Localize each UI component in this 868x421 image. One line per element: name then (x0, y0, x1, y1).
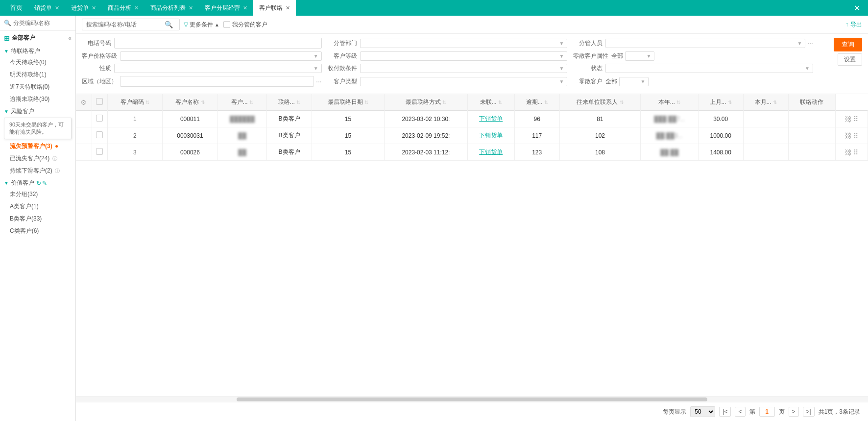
tab-analysis[interactable]: 商品分析 ✕ (102, 0, 145, 16)
sidebar-item-declining[interactable]: 持续下滑客户(2) ⓘ (0, 165, 75, 177)
cell-company-contact: ██ ██ (641, 144, 698, 161)
col-uncontacted[interactable]: 未联... ⇅ (467, 94, 514, 111)
table-row: 1 000011 ██████ B类客户 15 2023-03-02 10:30… (76, 111, 868, 127)
sort-icon-method: ⇅ (442, 99, 446, 105)
scrollbar-thumb[interactable] (237, 397, 707, 401)
sidebar-item-overdue[interactable]: 逾期未联络(30) (0, 93, 75, 105)
customer-type-select[interactable]: ▼ (360, 77, 568, 86)
search-button-icon[interactable]: 🔍 (165, 21, 173, 28)
retail-customer-select[interactable]: ▼ (619, 77, 649, 86)
refresh-icon[interactable]: ↻ (36, 180, 41, 187)
gear-icon[interactable]: ⚙ (80, 99, 87, 106)
row-checkbox[interactable] (96, 148, 103, 155)
col-this-year[interactable]: 本年... ⇅ (641, 94, 698, 111)
person-more-icon[interactable]: ··· (807, 39, 813, 47)
col-last-month[interactable]: 上月... ⇅ (698, 94, 743, 111)
close-analysis-icon[interactable]: ✕ (134, 5, 139, 11)
sidebar-item-churn-warning[interactable]: 流失预警客户(3) ● (0, 140, 75, 152)
page-input[interactable] (759, 407, 775, 417)
dept-select[interactable]: ▼ (360, 39, 568, 48)
prev-page-btn[interactable]: < (735, 407, 745, 417)
my-customers-checkbox[interactable] (223, 21, 230, 28)
export-button[interactable]: ↑ 导出 (845, 21, 862, 29)
col-type[interactable]: 客户... ⇅ (217, 94, 266, 111)
col-this-month[interactable]: 本月... ⇅ (743, 94, 788, 111)
risk-tooltip: 90天未交易的客户，可能有流失风险。 (4, 118, 72, 139)
action-link-icon[interactable]: ⛓ (844, 149, 851, 156)
customer-tier-select[interactable]: ▼ (360, 51, 568, 61)
tab-purchase[interactable]: 进货单 ✕ (65, 0, 102, 16)
sidebar-search-input[interactable] (13, 20, 76, 26)
edit-icon[interactable]: ✎ (42, 180, 47, 187)
last-page-btn[interactable]: >| (803, 407, 815, 417)
close-purchase-icon[interactable]: ✕ (92, 5, 96, 11)
section-pending-contact[interactable]: ▼ 待联络客户 (0, 45, 75, 56)
tab-customer-tier[interactable]: 客户分层经营 ✕ (199, 0, 253, 16)
row-checkbox[interactable] (96, 115, 103, 122)
sidebar-item-class-a[interactable]: A类客户(1) (0, 200, 75, 213)
my-customers-toggle[interactable]: 我分管的客户 (223, 21, 267, 29)
action-link-icon[interactable]: ⛓ (844, 132, 851, 140)
sidebar-item-tomorrow[interactable]: 明天待联络(1) (0, 69, 75, 81)
header-checkbox[interactable] (96, 98, 103, 105)
action-grid-icon[interactable]: ⠿ (853, 149, 858, 156)
tab-customer-contact[interactable]: 客户联络 ✕ (253, 0, 296, 16)
cell-uncontacted: 117 (514, 127, 559, 144)
price-tier-select[interactable]: ▼ (120, 51, 322, 61)
cell-lastmethod: 下销货单 (467, 144, 514, 161)
price-tier-label: 客户价格等级 (82, 52, 117, 60)
close-customer-tier-icon[interactable]: ✕ (243, 5, 247, 11)
next-page-btn[interactable]: > (789, 407, 799, 417)
customer-tier-chevron-icon: ▼ (559, 53, 564, 59)
search-input[interactable] (86, 21, 165, 28)
sidebar-item-already-churn[interactable]: 已流失客户(24) ⓘ (0, 152, 75, 165)
col-name[interactable]: 客户名称 ⇅ (163, 94, 218, 111)
more-conditions-btn[interactable]: ▽ 更多条件 ▲ (184, 21, 219, 29)
horizontal-scrollbar[interactable] (76, 396, 868, 402)
settings-button[interactable]: 设置 (838, 53, 862, 66)
close-sales-icon[interactable]: ✕ (55, 5, 59, 11)
col-contact[interactable]: 联络... ⇅ (267, 94, 312, 111)
first-page-btn[interactable]: |< (719, 407, 731, 417)
action-grid-icon[interactable]: ⠿ (853, 115, 858, 123)
col-overdue[interactable]: 逾期... ⇅ (514, 94, 559, 111)
query-button[interactable]: 查询 (834, 38, 862, 51)
tab-home[interactable]: 首页 (4, 0, 28, 16)
col-lastcontactmethod[interactable]: 最后联络方式 ⇅ (385, 94, 468, 111)
sidebar-item-today[interactable]: 今天待联络(0) (0, 56, 75, 69)
col-company-contact[interactable]: 往来单位联系人 ⇅ (559, 94, 641, 111)
region-input[interactable] (120, 76, 314, 87)
cell-overdue: 81 (559, 111, 641, 127)
tab-sales[interactable]: 销货单 ✕ (28, 0, 65, 16)
section-risk-customers[interactable]: ▼ 风险客户 (0, 105, 75, 117)
all-customers-header[interactable]: ⊞ 全部客户 « (0, 31, 75, 45)
retail-attr-select[interactable]: ▼ (625, 51, 654, 61)
close-all-icon[interactable]: ✕ (850, 3, 864, 13)
region-more-icon[interactable]: ··· (316, 77, 322, 85)
status-select[interactable]: ▼ (605, 64, 813, 73)
person-select[interactable]: ▼ (605, 39, 805, 48)
cell-code: 000011 (163, 111, 218, 127)
section-value-customers[interactable]: ▼ 价值客户 ↻ ✎ (0, 177, 75, 188)
sidebar-item-class-c[interactable]: C类客户(6) (0, 225, 75, 237)
phone-input[interactable] (114, 38, 322, 49)
action-grid-icon[interactable]: ⠿ (853, 132, 858, 140)
nature-select[interactable]: ▼ (114, 64, 322, 73)
row-checkbox[interactable] (96, 131, 103, 138)
col-gear[interactable]: ⚙ (76, 94, 92, 111)
tab-analysis-list[interactable]: 商品分析列表 ✕ (145, 0, 199, 16)
sidebar-item-unclassified[interactable]: 未分组(32) (0, 188, 75, 200)
sidebar-item-7days[interactable]: 近7天待联络(0) (0, 81, 75, 93)
close-customer-contact-icon[interactable]: ✕ (286, 5, 290, 11)
col-code[interactable]: 客户编码 ⇅ (107, 94, 163, 111)
col-lastcontactdate[interactable]: 最后联络日期 ⇅ (312, 94, 385, 111)
sidebar-item-class-b[interactable]: B类客户(33) (0, 213, 75, 225)
cell-this-year: 1000.00 (698, 127, 743, 144)
status-label: 状态 (573, 64, 603, 73)
action-link-icon[interactable]: ⛓ (844, 115, 851, 123)
per-page-select[interactable]: 50 100 200 (690, 406, 715, 417)
close-analysis-list-icon[interactable]: ✕ (189, 5, 193, 11)
cell-last-month (743, 127, 788, 144)
payment-select[interactable]: ▼ (360, 64, 568, 73)
cell-uncontacted: 96 (514, 111, 559, 127)
